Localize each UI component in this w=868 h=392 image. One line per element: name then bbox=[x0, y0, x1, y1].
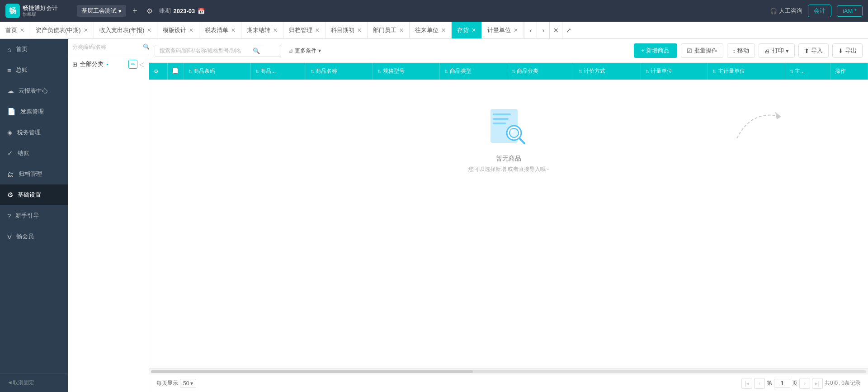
col-code[interactable]: ⇅ 商品... bbox=[250, 63, 306, 80]
horizontal-scrollbar[interactable] bbox=[149, 368, 868, 374]
tab-template[interactable]: 模版设计 ✕ bbox=[157, 22, 199, 38]
tab-template-close[interactable]: ✕ bbox=[189, 27, 193, 33]
sidebar-item-ledger[interactable]: ≡ 总账 bbox=[0, 60, 68, 80]
tab-unit-close[interactable]: ✕ bbox=[514, 27, 518, 33]
move-button[interactable]: ↕ 移动 bbox=[727, 43, 755, 58]
home-icon: ⌂ bbox=[7, 46, 11, 53]
page-label: 第 bbox=[767, 379, 772, 387]
tab-tax[interactable]: 税表清单 ✕ bbox=[199, 22, 241, 38]
sidebar-reports-label: 云报表中心 bbox=[19, 87, 48, 95]
sidebar-archive-label: 归档管理 bbox=[19, 170, 42, 178]
col-price-mode[interactable]: ⇅ 计价方式 bbox=[574, 63, 641, 80]
tax-icon: ◈ bbox=[7, 128, 13, 137]
tab-contacts-close[interactable]: ✕ bbox=[441, 27, 446, 33]
tab-archive-label: 归档管理 bbox=[289, 26, 312, 34]
first-page-button[interactable]: |◂ bbox=[741, 378, 752, 389]
left-panel: 🔍 ⊞ 全部分类 ● ✏ ◁ bbox=[68, 39, 149, 392]
table-container: ⚙ ⇅ 商品条码 ⇅ 商品... ⇅ 商品名称 ⇅ 规格型号 ⇅ 商品类型 ⇅ … bbox=[149, 63, 868, 368]
tab-dept-close[interactable]: ✕ bbox=[399, 27, 404, 33]
collapse-panel-button[interactable]: ◁ bbox=[139, 61, 144, 68]
tab-period-close[interactable]: 期末结转 ✕ bbox=[241, 22, 283, 38]
scrollbar-thumb[interactable] bbox=[151, 370, 473, 373]
tab-expand-button[interactable]: ⤢ bbox=[562, 22, 575, 38]
select-all-checkbox[interactable] bbox=[172, 68, 178, 74]
col-name[interactable]: ⇅ 商品名称 bbox=[306, 63, 373, 80]
col-main-unit[interactable]: ⇅ 主计量单位 bbox=[708, 63, 785, 80]
cancel-pin-button[interactable]: ◄取消固定 bbox=[0, 373, 68, 392]
edit-category-button[interactable]: ✏ bbox=[128, 60, 137, 69]
print-button[interactable]: 🖨 打印 ▾ bbox=[759, 43, 795, 58]
sidebar-item-reports[interactable]: ☁ 云报表中心 bbox=[0, 80, 68, 101]
col-spec[interactable]: ⇅ 规格型号 bbox=[373, 63, 440, 80]
filter-icon: ⊿ bbox=[288, 47, 293, 54]
tab-next-button[interactable]: › bbox=[537, 22, 549, 38]
calendar-icon[interactable]: 📅 bbox=[198, 8, 205, 14]
tab-bar: 首页 ✕ 资产负债表(中期) ✕ 收入支出表(年报) ✕ 模版设计 ✕ 税表清单… bbox=[0, 22, 868, 39]
header-settings-button[interactable]: ⚙ bbox=[144, 7, 156, 15]
category-header[interactable]: ⊞ 全部分类 ● ✏ ◁ bbox=[68, 55, 149, 73]
sidebar-item-archive[interactable]: 🗂 归档管理 bbox=[0, 164, 68, 184]
tab-balance-sheet[interactable]: 资产负债表(中期) ✕ bbox=[30, 22, 94, 38]
add-tab-button[interactable]: + bbox=[130, 6, 140, 16]
next-page-button[interactable]: › bbox=[799, 378, 810, 389]
toolbar-right: + 新增商品 ☑ 批量操作 ↕ 移动 🖨 打印 ▾ bbox=[634, 43, 863, 58]
page-size-value[interactable]: 50 ▾ bbox=[180, 379, 196, 388]
tab-income-close[interactable]: ✕ bbox=[147, 27, 151, 33]
import-button[interactable]: ⬆ 导入 bbox=[798, 43, 829, 58]
tab-unit[interactable]: 计量单位 ✕ bbox=[482, 22, 524, 38]
scrollbar-track bbox=[151, 370, 866, 373]
export-button[interactable]: ⬇ 导出 bbox=[832, 43, 863, 58]
tab-inventory-close[interactable]: ✕ bbox=[472, 27, 476, 33]
col-type[interactable]: ⇅ 商品类型 bbox=[440, 63, 507, 80]
headset-icon: 🎧 bbox=[770, 8, 777, 14]
product-search-icon[interactable]: 🔍 bbox=[253, 47, 260, 54]
category-search-input[interactable] bbox=[72, 44, 140, 50]
col-action: 操作 bbox=[830, 63, 868, 80]
tab-archive[interactable]: 归档管理 ✕ bbox=[283, 22, 326, 38]
tab-tax-close[interactable]: ✕ bbox=[231, 27, 236, 33]
empty-state-icon bbox=[486, 107, 531, 147]
batch-operation-button[interactable]: ☑ 批量操作 bbox=[681, 43, 723, 58]
tab-period-label: 期末结转 bbox=[247, 26, 270, 34]
tab-archive-close[interactable]: ✕ bbox=[315, 27, 320, 33]
col-main3[interactable]: ⇅ 主... bbox=[785, 63, 830, 80]
sidebar-item-home[interactable]: ⌂ 首页 bbox=[0, 39, 68, 60]
page-number-input[interactable] bbox=[774, 379, 790, 388]
sidebar-item-tax[interactable]: ◈ 税务管理 bbox=[0, 122, 68, 143]
tab-subject-close[interactable]: ✕ bbox=[357, 27, 362, 33]
company-selector[interactable]: 基层工会测试 ▾ bbox=[77, 5, 126, 17]
consult-button[interactable]: 🎧 人工咨询 bbox=[770, 7, 802, 15]
tab-dept[interactable]: 部门员工 ✕ bbox=[368, 22, 410, 38]
tab-period-close-btn[interactable]: ✕ bbox=[273, 27, 278, 33]
col-category[interactable]: ⇅ 商品分类 bbox=[507, 63, 574, 80]
sidebar-settings-label: 基础设置 bbox=[18, 191, 41, 199]
filter-button[interactable]: ⊿ 更多条件 ▾ bbox=[285, 45, 325, 57]
tab-subject[interactable]: 科目期初 ✕ bbox=[326, 22, 368, 38]
tab-home-close[interactable]: ✕ bbox=[20, 27, 24, 33]
tab-balance-close[interactable]: ✕ bbox=[84, 27, 88, 33]
col-barcode[interactable]: ⇅ 商品条码 bbox=[184, 63, 250, 80]
sidebar-item-invoice[interactable]: 📄 发票管理 bbox=[0, 101, 68, 122]
svg-point-6 bbox=[509, 128, 519, 137]
tab-home[interactable]: 首页 ✕ bbox=[0, 22, 30, 38]
sidebar-item-member[interactable]: V 畅会员 bbox=[0, 226, 68, 247]
tab-inventory[interactable]: 存货 ✕ bbox=[452, 22, 482, 38]
sidebar-item-settle[interactable]: ✓ 结账 bbox=[0, 143, 68, 164]
invoice-icon: 📄 bbox=[7, 108, 16, 116]
add-product-button[interactable]: + 新增商品 bbox=[634, 43, 677, 58]
col-settings[interactable]: ⚙ bbox=[149, 63, 167, 80]
iam-button[interactable]: iAM * bbox=[837, 5, 863, 17]
tab-contacts[interactable]: 往来单位 ✕ bbox=[410, 22, 452, 38]
last-page-button[interactable]: ▸| bbox=[812, 378, 823, 389]
sidebar-item-settings[interactable]: ⚙ 基础设置 bbox=[0, 184, 68, 205]
sidebar-settle-label: 结账 bbox=[18, 149, 29, 157]
tab-close-all-button[interactable]: ✕ bbox=[549, 22, 562, 38]
prev-page-button[interactable]: ‹ bbox=[754, 378, 765, 389]
tab-prev-button[interactable]: ‹ bbox=[524, 22, 537, 38]
col-checkbox[interactable] bbox=[167, 63, 184, 80]
tab-income[interactable]: 收入支出表(年报) ✕ bbox=[94, 22, 158, 38]
product-search-input[interactable] bbox=[160, 47, 250, 54]
sidebar-item-guide[interactable]: ? 新手引导 bbox=[0, 205, 68, 226]
col-unit[interactable]: ⇅ 计量单位 bbox=[641, 63, 708, 80]
account-button[interactable]: 会计 bbox=[808, 5, 831, 17]
